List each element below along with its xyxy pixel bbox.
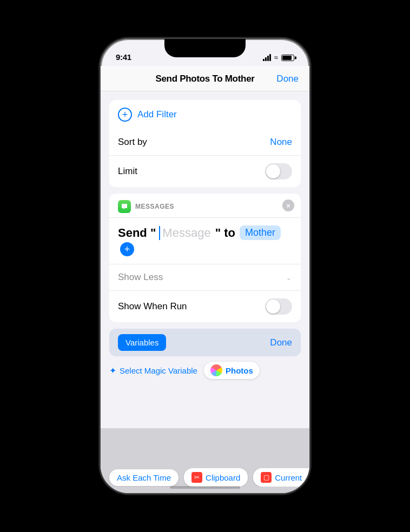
photos-chip[interactable]: Photos bbox=[204, 362, 260, 379]
nav-title: Send Photos To Mother bbox=[155, 74, 254, 84]
add-filter-row[interactable]: + Add Filter bbox=[109, 100, 301, 129]
magic-variable-label: Select Magic Variable bbox=[120, 366, 197, 375]
magic-wand-icon: ✦ bbox=[109, 365, 116, 376]
chevron-down-icon: ⌄ bbox=[286, 273, 292, 282]
photos-chip-label: Photos bbox=[226, 366, 253, 375]
phone-frame: 9:41 ≈ Send Photos To Mother Done + Add bbox=[100, 38, 310, 494]
bottom-area: Ask Each Time ✂ Clipboard ▢ Current … bbox=[101, 428, 309, 493]
sort-by-row[interactable]: Sort by None bbox=[109, 129, 301, 156]
signal-icon bbox=[263, 54, 271, 61]
nav-header: Send Photos To Mother Done bbox=[101, 66, 309, 91]
add-filter-icon: + bbox=[118, 108, 132, 122]
status-time: 9:41 bbox=[116, 52, 131, 62]
variables-button[interactable]: Variables bbox=[118, 334, 166, 351]
select-magic-variable[interactable]: ✦ Select Magic Variable bbox=[109, 365, 197, 376]
show-less-row[interactable]: Show Less ⌄ bbox=[109, 264, 301, 291]
recipient-chip[interactable]: Mother bbox=[240, 225, 281, 240]
messages-action-card: MESSAGES × Send " Message " to Mother + … bbox=[109, 194, 301, 322]
variables-done-button[interactable]: Done bbox=[270, 337, 292, 348]
sort-by-value: None bbox=[270, 137, 292, 148]
messages-icon bbox=[118, 200, 131, 213]
screen-icon: ▢ bbox=[261, 472, 272, 483]
notch bbox=[164, 39, 246, 57]
messages-header-label: MESSAGES bbox=[135, 203, 174, 210]
clipboard-chip[interactable]: ✂ Clipboard bbox=[184, 468, 248, 487]
nav-done-button[interactable]: Done bbox=[276, 74, 299, 84]
limit-row[interactable]: Limit bbox=[109, 156, 301, 187]
send-message-row: Send " Message " to Mother + bbox=[109, 218, 301, 264]
show-when-run-label: Show When Run bbox=[118, 301, 187, 312]
sort-by-label: Sort by bbox=[118, 137, 147, 148]
add-recipient-button[interactable]: + bbox=[120, 242, 134, 256]
content-area: Send Photos To Mother Done + Add Filter … bbox=[101, 66, 309, 493]
plus-icon: + bbox=[124, 244, 130, 255]
current-label: Current … bbox=[275, 473, 309, 482]
show-when-run-row[interactable]: Show When Run bbox=[109, 291, 301, 322]
status-icons: ≈ bbox=[263, 54, 294, 62]
messages-card-header: MESSAGES × bbox=[109, 194, 301, 218]
to-text: " to bbox=[215, 226, 235, 240]
photos-icon bbox=[210, 364, 222, 376]
battery-icon bbox=[281, 55, 294, 61]
show-when-run-knob bbox=[266, 300, 280, 314]
toggle-knob bbox=[266, 164, 280, 178]
send-prefix: Send " bbox=[118, 226, 156, 240]
limit-toggle[interactable] bbox=[265, 163, 292, 179]
add-filter-label: Add Filter bbox=[137, 109, 177, 120]
ask-each-time-chip[interactable]: Ask Each Time bbox=[109, 469, 178, 486]
bottom-chips-row: Ask Each Time ✂ Clipboard ▢ Current … bbox=[101, 468, 309, 487]
show-when-run-toggle[interactable] bbox=[265, 298, 292, 315]
clipboard-icon: ✂ bbox=[191, 472, 202, 483]
show-less-label: Show Less bbox=[118, 272, 163, 283]
home-indicator bbox=[170, 486, 240, 489]
wifi-icon: ≈ bbox=[274, 54, 278, 62]
filter-card: + Add Filter Sort by None Limit bbox=[109, 100, 301, 187]
close-action-button[interactable]: × bbox=[282, 200, 294, 211]
variables-bar: Variables Done bbox=[109, 329, 301, 356]
clipboard-label: Clipboard bbox=[206, 473, 240, 482]
message-input[interactable]: Message bbox=[159, 226, 213, 240]
variables-shelf: ✦ Select Magic Variable Photos bbox=[109, 356, 301, 384]
ask-each-time-label: Ask Each Time bbox=[117, 473, 171, 482]
limit-label: Limit bbox=[118, 166, 137, 177]
current-chip[interactable]: ▢ Current … bbox=[253, 468, 309, 487]
